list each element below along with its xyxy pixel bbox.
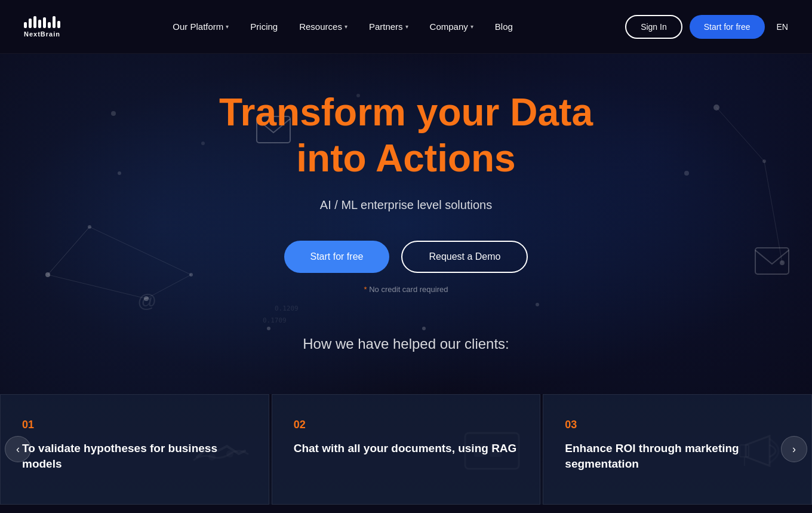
nav-link-pricing[interactable]: Pricing	[250, 21, 278, 32]
nav-link-resources[interactable]: Resources ▾	[299, 21, 347, 32]
chevron-down-icon: ▾	[226, 23, 229, 30]
svg-rect-35	[490, 452, 502, 457]
svg-point-30	[226, 450, 233, 457]
language-switcher[interactable]: EN	[777, 22, 788, 32]
logo-bar-6	[48, 22, 51, 28]
logo-bar-4	[38, 20, 41, 28]
nav-item-partners[interactable]: Partners ▾	[369, 21, 408, 32]
navbar: NextBrain Our Platform ▾ Pricing Resourc…	[0, 0, 812, 54]
nav-links: Our Platform ▾ Pricing Resources ▾ Partn…	[173, 21, 513, 32]
card-icon-1	[185, 421, 257, 492]
chevron-down-icon: ▾	[470, 23, 473, 30]
logo-icon	[24, 16, 60, 28]
request-demo-button[interactable]: Request a Demo	[401, 241, 528, 273]
nav-link-company[interactable]: Company ▾	[430, 21, 473, 32]
chevron-down-icon: ▾	[345, 23, 347, 30]
svg-rect-34	[474, 452, 486, 457]
logo-bar-7	[53, 16, 56, 28]
hero-buttons: Start for free Request a Demo	[219, 241, 593, 273]
start-free-button-nav[interactable]: Start for free	[690, 15, 765, 39]
signin-button[interactable]: Sign In	[625, 15, 682, 39]
chevron-right-icon: ›	[792, 443, 796, 456]
nav-link-our-platform[interactable]: Our Platform ▾	[173, 21, 229, 32]
hero-title: Transform your Data into Actions	[219, 90, 593, 182]
logo[interactable]: NextBrain	[24, 16, 60, 38]
logo-bar-1	[24, 22, 27, 28]
svg-point-29	[208, 453, 216, 460]
prev-card-button[interactable]: ‹	[5, 436, 31, 462]
nav-item-pricing[interactable]: Pricing	[250, 21, 278, 32]
next-card-button[interactable]: ›	[781, 436, 807, 462]
card-2: 02 Chat with all your documents, using R…	[272, 394, 541, 505]
nav-actions: Sign In Start for free EN	[625, 15, 788, 39]
nav-link-blog[interactable]: Blog	[495, 21, 513, 32]
nav-item-company[interactable]: Company ▾	[430, 21, 473, 32]
hero-content: Transform your Data into Actions AI / ML…	[219, 90, 593, 294]
clients-section: How we have helped our clients:	[24, 318, 788, 370]
card-3: 03 Enhance ROI through marketing segment…	[543, 394, 812, 505]
logo-bar-3	[33, 16, 36, 28]
hero-section: @ 0.1209 0.1709 Transform your Data into…	[0, 54, 812, 394]
chevron-left-icon: ‹	[16, 443, 20, 456]
card-1: 01 To validate hypotheses for business m…	[0, 394, 269, 505]
logo-bar-2	[29, 19, 32, 28]
logo-bar-8	[57, 21, 60, 28]
svg-rect-36	[740, 445, 749, 457]
hero-note: * No credit card required	[219, 285, 593, 294]
nav-item-resources[interactable]: Resources ▾	[299, 21, 347, 32]
card-icon-2	[456, 421, 528, 492]
chevron-down-icon: ▾	[405, 23, 408, 30]
nav-item-blog[interactable]: Blog	[495, 21, 513, 32]
hero-subtitle: AI / ML enterprise level solutions	[219, 198, 593, 212]
nav-item-our-platform[interactable]: Our Platform ▾	[173, 21, 229, 32]
logo-bar-5	[43, 17, 46, 28]
svg-rect-33	[490, 444, 502, 449]
cards-container: ‹ 01 To validate hypotheses for business…	[0, 394, 812, 505]
svg-rect-32	[474, 444, 486, 449]
cards-wrapper: 01 To validate hypotheses for business m…	[0, 394, 812, 505]
svg-rect-31	[465, 433, 519, 469]
start-free-button-hero[interactable]: Start for free	[284, 241, 390, 273]
nav-link-partners[interactable]: Partners ▾	[369, 21, 408, 32]
logo-text: NextBrain	[24, 30, 60, 38]
clients-heading: How we have helped our clients:	[48, 336, 764, 352]
